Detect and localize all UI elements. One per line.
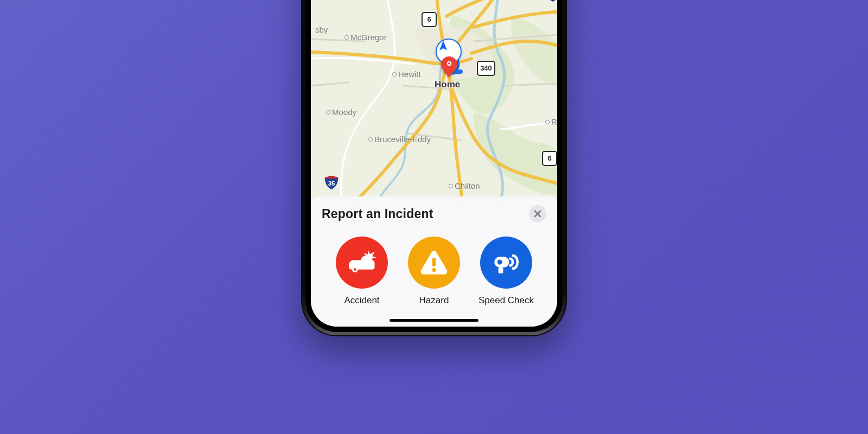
- close-button[interactable]: [529, 205, 546, 222]
- map-terrain: [311, 0, 557, 210]
- report-incident-sheet: Report an Incident: [311, 196, 557, 327]
- close-icon: [534, 210, 541, 218]
- shield-6b-icon: 6: [542, 151, 557, 166]
- city-label: sby: [315, 25, 328, 34]
- svg-rect-7: [432, 258, 436, 266]
- city-label: Hewitt: [392, 69, 421, 79]
- accident-icon: [346, 247, 378, 278]
- pin-label: Home: [435, 79, 460, 90]
- shield-340-icon: 340: [477, 61, 495, 76]
- sheet-title: Report an Incident: [322, 207, 433, 221]
- svg-point-8: [432, 268, 436, 272]
- city-label: Ries: [545, 117, 557, 126]
- svg-rect-10: [499, 267, 503, 273]
- option-label: Hazard: [419, 295, 449, 306]
- map-view[interactable]: 35 35 6 6 340 sby McGregor Hewitt Moody …: [311, 0, 557, 210]
- destination-pin-icon: [441, 56, 457, 77]
- svg-point-6: [354, 268, 356, 271]
- shield-6a-icon: 6: [422, 12, 437, 27]
- option-hazard[interactable]: Hazard: [401, 237, 467, 306]
- city-label: Moody: [326, 107, 356, 117]
- home-indicator[interactable]: [390, 319, 478, 322]
- option-label: Speed Check: [478, 295, 534, 306]
- option-label: Accident: [344, 295, 379, 306]
- shield-i35-icon: 35: [324, 175, 339, 190]
- svg-text:35: 35: [328, 180, 335, 187]
- svg-point-4: [448, 62, 450, 65]
- hazard-icon: [418, 247, 450, 278]
- option-speed-check[interactable]: Speed Check: [474, 237, 539, 306]
- city-label: McGregor: [344, 33, 387, 42]
- phone-frame: 35 35 6 6 340 sby McGregor Hewitt Moody …: [301, 0, 567, 336]
- speed-check-icon: [490, 247, 522, 278]
- city-label: Chilton: [449, 181, 480, 190]
- option-accident[interactable]: Accident: [329, 237, 394, 306]
- city-label: Bruceville-Eddy: [368, 135, 431, 144]
- phone-screen: 35 35 6 6 340 sby McGregor Hewitt Moody …: [311, 0, 557, 327]
- svg-point-11: [497, 260, 502, 265]
- shield-i35b-icon: 35: [545, 0, 557, 2]
- stage: { "sheet": { "title": "Report an Inciden…: [0, 0, 868, 434]
